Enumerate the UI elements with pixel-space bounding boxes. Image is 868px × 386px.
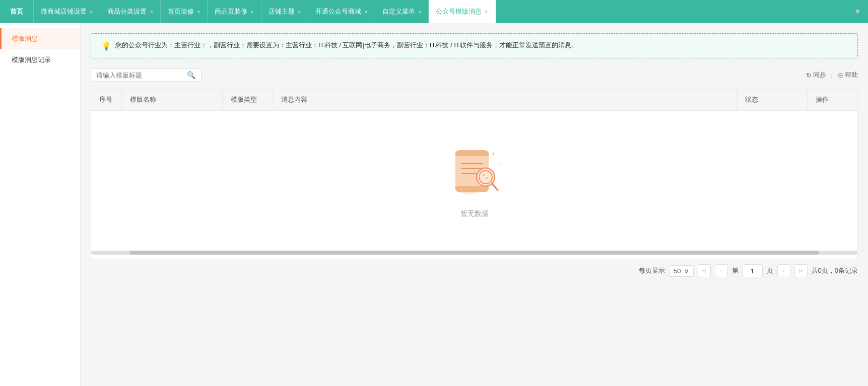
sidebar-item-template-msg[interactable]: 模版消息 bbox=[0, 28, 80, 49]
info-normal-text-1: 您的公众号行业为：主营行业：，副营行业： bbox=[115, 41, 246, 49]
empty-state-text: 暂无数据 bbox=[460, 209, 489, 218]
tab-template-msg[interactable]: 公众号模版消息 × bbox=[429, 0, 495, 23]
current-page-input[interactable] bbox=[743, 264, 763, 277]
info-highlight-text: 需要设置为：主营行业：IT科技 / 互联网|电子商务，副营行业：IT科技 / I… bbox=[246, 41, 499, 49]
col-index: 序号 bbox=[91, 89, 121, 111]
tab-template-msg-label: 公众号模版消息 bbox=[436, 7, 482, 16]
help-label: 帮助 bbox=[845, 70, 858, 80]
tab-open-mall-close[interactable]: × bbox=[364, 9, 367, 15]
tab-wechat-store-close[interactable]: × bbox=[90, 9, 93, 15]
tab-product-decor-close[interactable]: × bbox=[250, 9, 253, 15]
svg-text:✦: ✦ bbox=[497, 162, 501, 166]
tab-home-label: 首页 bbox=[10, 7, 23, 16]
sidebar-item-template-msg-label: 模版消息 bbox=[12, 35, 38, 42]
svg-line-6 bbox=[492, 183, 498, 190]
svg-text:✦: ✦ bbox=[491, 150, 496, 158]
pagination: 每页显示 50 ∨ ⊲ ‹ 第 页 › ⊳ 共0页，0条记录 bbox=[91, 259, 858, 282]
tab-product-decor-label: 商品页装修 bbox=[215, 7, 247, 16]
last-page-button[interactable]: ⊳ bbox=[794, 264, 808, 277]
sync-label: 同步 bbox=[813, 70, 826, 80]
tab-template-msg-close[interactable]: × bbox=[485, 9, 488, 15]
tab-home[interactable]: 首页 bbox=[0, 0, 34, 23]
tab-custom-menu[interactable]: 自定义菜单 × bbox=[375, 0, 429, 23]
col-actions: 操作 bbox=[807, 89, 857, 111]
tab-home-decor-close[interactable]: × bbox=[197, 9, 200, 15]
help-icon: ⊙ bbox=[838, 71, 843, 79]
tab-wechat-store-label: 微商城店铺设置 bbox=[41, 7, 87, 16]
toolbar: 🔍 ↻ 同步 | ⊙ 帮助 bbox=[91, 68, 858, 82]
tab-custom-menu-label: 自定义菜单 bbox=[382, 7, 415, 16]
table-header-row: 序号 模版名称 模版类型 消息内容 状态 操作 bbox=[91, 89, 857, 111]
page-size-select[interactable]: 50 ∨ bbox=[669, 265, 693, 277]
info-box: 💡 您的公众号行业为：主营行业：，副营行业：需要设置为：主营行业：IT科技 / … bbox=[91, 33, 858, 58]
help-button[interactable]: ⊙ 帮助 bbox=[838, 70, 858, 80]
tab-product-decor[interactable]: 商品页装修 × bbox=[208, 0, 261, 23]
info-icon: 💡 bbox=[101, 41, 111, 51]
sidebar-item-template-record-label: 模版消息记录 bbox=[12, 56, 51, 63]
next-page-button[interactable]: › bbox=[777, 264, 790, 277]
toolbar-right: ↻ 同步 | ⊙ 帮助 bbox=[806, 70, 858, 80]
tab-wechat-store[interactable]: 微商城店铺设置 × bbox=[34, 0, 100, 23]
empty-illustration: ✦ ✦ bbox=[444, 141, 505, 201]
svg-point-8 bbox=[486, 177, 488, 179]
info-normal-text-2: 才能正常发送预置的消息。 bbox=[499, 41, 578, 49]
prev-page-button[interactable]: ‹ bbox=[715, 264, 728, 277]
table-scrollbar-thumb bbox=[129, 251, 819, 255]
tab-home-decor[interactable]: 首页装修 × bbox=[161, 0, 208, 23]
page-size-label: 每页显示 bbox=[639, 266, 665, 275]
top-nav: 首页 微商城店铺设置 × 商品分类设置 × 首页装修 × 商品页装修 × 店铺主… bbox=[0, 0, 868, 23]
tab-product-category-close[interactable]: × bbox=[150, 9, 153, 15]
data-table: 序号 模版名称 模版类型 消息内容 状态 操作 bbox=[91, 89, 857, 111]
info-text: 您的公众号行业为：主营行业：，副营行业：需要设置为：主营行业：IT科技 / 互联… bbox=[115, 41, 578, 50]
toolbar-divider: | bbox=[831, 71, 833, 79]
tab-open-mall-label: 开通公众号商城 bbox=[315, 7, 361, 16]
page-size-value: 50 bbox=[674, 267, 681, 275]
col-name: 模版名称 bbox=[121, 89, 222, 111]
main-content: 💡 您的公众号行业为：主营行业：，副营行业：需要设置为：主营行业：IT科技 / … bbox=[81, 23, 868, 386]
page-total: 共0页，0条记录 bbox=[812, 266, 858, 275]
tab-product-category[interactable]: 商品分类设置 × bbox=[100, 0, 160, 23]
tab-product-category-label: 商品分类设置 bbox=[107, 7, 147, 16]
page-size-chevron-icon: ∨ bbox=[684, 267, 689, 275]
col-type: 模版类型 bbox=[222, 89, 273, 111]
table-scrollbar[interactable] bbox=[91, 251, 857, 255]
sync-button[interactable]: ↻ 同步 bbox=[806, 70, 826, 80]
search-box[interactable]: 🔍 bbox=[91, 68, 202, 82]
page-word-label: 第 bbox=[732, 266, 739, 275]
sidebar-item-template-record[interactable]: 模版消息记录 bbox=[0, 49, 80, 70]
search-icon[interactable]: 🔍 bbox=[187, 71, 195, 79]
tab-custom-menu-close[interactable]: × bbox=[418, 9, 421, 15]
svg-point-7 bbox=[483, 174, 485, 176]
search-input[interactable] bbox=[96, 71, 187, 79]
sync-icon: ↻ bbox=[806, 71, 812, 79]
first-page-button[interactable]: ⊲ bbox=[698, 264, 711, 277]
tab-store-theme-close[interactable]: × bbox=[298, 9, 301, 15]
page-layout: 模版消息 模版消息记录 💡 您的公众号行业为：主营行业：，副营行业：需要设置为：… bbox=[0, 23, 868, 386]
tab-store-theme[interactable]: 店铺主题 × bbox=[261, 0, 308, 23]
close-all-button[interactable]: × bbox=[847, 7, 868, 16]
page-label: 页 bbox=[767, 266, 773, 275]
sidebar: 模版消息 模版消息记录 bbox=[0, 23, 81, 386]
tab-home-decor-label: 首页装修 bbox=[168, 7, 194, 16]
tab-store-theme-label: 店铺主题 bbox=[269, 7, 295, 16]
table-container: 序号 模版名称 模版类型 消息内容 状态 操作 bbox=[91, 89, 858, 259]
col-content: 消息内容 bbox=[273, 89, 737, 111]
tab-open-mall[interactable]: 开通公众号商城 × bbox=[308, 0, 375, 23]
col-status: 状态 bbox=[737, 89, 807, 111]
empty-state: ✦ ✦ 暂无数据 bbox=[91, 111, 857, 249]
